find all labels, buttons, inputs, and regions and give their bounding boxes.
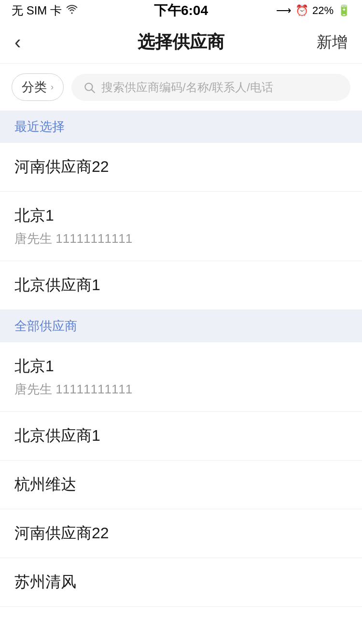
chevron-right-icon: › (51, 82, 54, 92)
battery-icon: 🔋 (337, 4, 350, 17)
all-list-item[interactable]: 北京1唐先生 11111111111 (0, 342, 362, 412)
search-placeholder[interactable]: 搜索供应商编码/名称/联系人/电话 (101, 80, 339, 95)
status-time: 下午6:04 (154, 1, 208, 20)
item-sub: 唐先生 11111111111 (14, 230, 348, 247)
item-name: 北京1 (14, 356, 348, 377)
nav-bar: ‹ 选择供应商 新增 (0, 21, 362, 64)
category-label: 分类 (22, 79, 47, 96)
all-list-item[interactable]: 苏州清风 (0, 558, 362, 607)
back-button[interactable]: ‹ (14, 31, 53, 53)
page-title: 选择供应商 (138, 30, 224, 54)
status-bar: 无 SIM 卡 下午6:04 ⟶ ⏰ 22% 🔋 (0, 0, 362, 21)
recent-section-header: 最近选择 (0, 111, 362, 143)
recent-list: 河南供应商22北京1唐先生 11111111111北京供应商1 (0, 143, 362, 310)
item-name: 河南供应商22 (14, 156, 348, 178)
add-button[interactable]: 新增 (309, 32, 348, 53)
status-right: ⟶ ⏰ 22% 🔋 (276, 4, 350, 17)
item-name: 北京1 (14, 205, 348, 226)
item-name: 苏州清风 (14, 572, 348, 593)
category-button[interactable]: 分类 › (12, 73, 64, 101)
item-name: 河南供应商22 (14, 523, 348, 544)
carrier-text: 无 SIM 卡 (12, 3, 62, 18)
search-box[interactable]: 搜索供应商编码/名称/联系人/电话 (71, 74, 350, 101)
item-name: 北京供应商1 (14, 425, 348, 447)
item-sub: 唐先生 11111111111 (14, 381, 348, 398)
item-name: 北京供应商1 (14, 275, 348, 296)
svg-line-1 (92, 89, 95, 92)
all-list-item[interactable]: 北京供应商1 (0, 412, 362, 461)
battery-text: 22% (312, 4, 334, 17)
recent-list-item[interactable]: 河南供应商22 (0, 143, 362, 192)
all-section-header: 全部供应商 (0, 310, 362, 342)
recent-list-item[interactable]: 北京供应商1 (0, 261, 362, 310)
all-suppliers-list: 北京1唐先生 11111111111北京供应商1杭州维达河南供应商22苏州清风 (0, 342, 362, 607)
filter-bar: 分类 › 搜索供应商编码/名称/联系人/电话 (0, 64, 362, 111)
all-list-item[interactable]: 杭州维达 (0, 461, 362, 509)
item-name: 杭州维达 (14, 474, 348, 495)
wifi-icon (66, 4, 78, 17)
status-left: 无 SIM 卡 (12, 3, 78, 18)
all-list-item[interactable]: 河南供应商22 (0, 509, 362, 558)
alarm-icon: ⏰ (295, 4, 308, 17)
recent-list-item[interactable]: 北京1唐先生 11111111111 (0, 192, 362, 261)
search-icon (83, 81, 96, 94)
all-section-label: 全部供应商 (14, 319, 77, 333)
recent-section-label: 最近选择 (14, 119, 65, 134)
location-icon: ⟶ (276, 4, 292, 17)
